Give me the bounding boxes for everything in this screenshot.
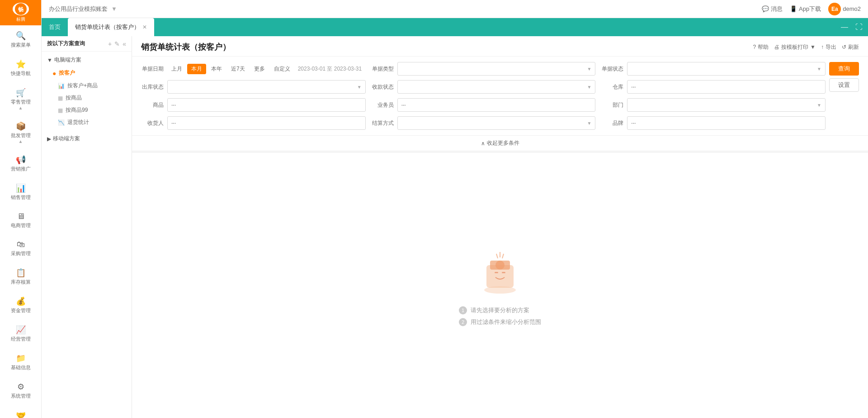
- order-type-field: 单据类型 ▼: [371, 62, 596, 76]
- user-name: demo2: [843, 5, 861, 12]
- svg-line-10: [502, 254, 504, 258]
- maximize-btn[interactable]: ⛶: [854, 21, 864, 33]
- sidebar-item-retail-mgmt[interactable]: 🛒 零售管理 ▲: [0, 82, 41, 116]
- payment-method-select[interactable]: ▼: [397, 116, 596, 130]
- salesperson-label: 业务员: [371, 101, 394, 109]
- mobile-scheme-group-header[interactable]: ▶ 移动端方案: [42, 132, 132, 145]
- refresh-icon: ↺: [842, 44, 846, 50]
- tab-close-icon[interactable]: ✕: [142, 24, 147, 30]
- product99-icon: ▦: [58, 107, 63, 114]
- date-btn-this-year[interactable]: 本年: [207, 64, 226, 74]
- scheme-item-by-customer[interactable]: ● 按客户: [42, 66, 132, 80]
- sidebar-item-biz-mgmt[interactable]: 📈 经营管理: [0, 319, 41, 348]
- sidebar-item-label: 资金管理: [11, 307, 31, 314]
- app-download-btn[interactable]: 📱 App下载: [790, 5, 821, 13]
- date-btn-more[interactable]: 更多: [250, 64, 269, 74]
- purchase-mgmt-icon: 🛍: [17, 240, 25, 249]
- left-panel-header: 按以下方案查询 + ✎ «: [42, 36, 132, 52]
- warehouse-select[interactable]: ···: [627, 80, 826, 94]
- industry-dropdown-icon[interactable]: ▼: [111, 5, 117, 12]
- expand-arrow-icon: ▲: [19, 139, 23, 144]
- scheme-item-by-product[interactable]: ▦ 按商品: [42, 92, 132, 104]
- sidebar-item-basic-info[interactable]: 📁 基础信息: [0, 348, 41, 376]
- tabbar: 首页 销货单统计表（按客户） ✕ — ⛶: [42, 18, 868, 36]
- sidebar-item-ecom-mgmt[interactable]: 🖥 电商管理: [0, 206, 41, 234]
- sidebar-item-label: 销售管理: [11, 194, 31, 201]
- pc-scheme-group-header[interactable]: ▼ 电脑端方案: [42, 53, 132, 66]
- sidebar-item-corp-collab[interactable]: 🤝 企业协同: [0, 405, 41, 418]
- order-status-select[interactable]: ▼: [627, 62, 826, 76]
- date-btn-this-month[interactable]: 本月: [187, 64, 206, 74]
- brand-value: ···: [631, 120, 636, 126]
- collapse-panel-btn[interactable]: «: [123, 40, 126, 48]
- sidebar-item-label: 电商管理: [11, 222, 31, 229]
- date-btn-last-month[interactable]: 上月: [167, 64, 186, 74]
- scheme-item-by-product-99[interactable]: ▦ 按商品99: [42, 104, 132, 116]
- salesperson-field: 业务员 ···: [371, 98, 596, 112]
- home-tab-label: 首页: [49, 23, 61, 31]
- query-button[interactable]: 查询: [829, 62, 859, 76]
- scheme-item-return-stat[interactable]: 📉 退货统计: [42, 116, 132, 128]
- out-status-select[interactable]: ▼: [167, 80, 366, 94]
- brand-select[interactable]: ···: [627, 116, 826, 130]
- sidebar-item-finance-mgmt[interactable]: 💰 资金管理: [0, 291, 41, 319]
- settings-button[interactable]: 设置: [829, 78, 859, 92]
- tab-sales-stat[interactable]: 销货单统计表（按客户） ✕: [68, 18, 154, 36]
- add-scheme-btn[interactable]: +: [108, 40, 112, 48]
- user-area[interactable]: Ea demo2: [828, 3, 861, 15]
- chevron-right-icon: ▶: [47, 136, 51, 142]
- sidebar-item-label: 经营管理: [11, 336, 31, 342]
- right-panel: 销货单统计表（按客户） ? 帮助 🖨 按模板打印 ▼ ↑ 导出: [132, 36, 868, 418]
- tip-num-2: 2: [459, 318, 467, 326]
- product-field: 商品 ···: [141, 98, 366, 112]
- sidebar-item-inventory[interactable]: 📋 库存核算: [0, 262, 41, 291]
- sidebar-item-label: 库存核算: [11, 279, 31, 285]
- warehouse-field: 仓库 ···: [601, 80, 826, 94]
- salesperson-select[interactable]: ···: [397, 98, 596, 112]
- page-header-actions: ? 帮助 🖨 按模板打印 ▼ ↑ 导出 ↺ 刷新: [753, 43, 859, 51]
- minimize-btn[interactable]: —: [839, 21, 850, 33]
- sidebar-item-quick-nav[interactable]: ⭐ 快捷导航: [0, 54, 41, 82]
- date-filter-field: 单据日期 上月 本月 本年 近7天 更多 自定义 20: [141, 64, 366, 74]
- collapse-bar[interactable]: ∧ 收起更多条件: [132, 136, 868, 151]
- help-btn[interactable]: ? 帮助: [753, 43, 769, 51]
- sidebar-item-sys-mgmt[interactable]: ⚙ 系统管理: [0, 376, 41, 405]
- dept-select[interactable]: ▼: [627, 98, 826, 112]
- help-label: 帮助: [758, 43, 769, 51]
- edit-scheme-btn[interactable]: ✎: [114, 40, 120, 48]
- inventory-icon: 📋: [16, 268, 26, 278]
- product-icon: ▦: [58, 95, 63, 101]
- export-btn[interactable]: ↑ 导出: [821, 43, 836, 51]
- sidebar-item-label: 搜索菜单: [11, 42, 31, 48]
- sidebar-item-wholesale-mgmt[interactable]: 📦 批发管理 ▲: [0, 116, 41, 149]
- order-status-field: 单据状态 ▼: [601, 62, 826, 76]
- sidebar-item-sales-mgmt[interactable]: 📊 销售管理: [0, 178, 41, 206]
- message-btn[interactable]: 💬 消息: [762, 5, 783, 13]
- mobile-scheme-group: ▶ 移动端方案: [42, 130, 132, 147]
- date-btn-last-7days[interactable]: 近7天: [227, 64, 249, 74]
- bar-chart-icon: 📉: [58, 119, 65, 126]
- ecom-mgmt-icon: 🖥: [17, 212, 25, 221]
- sidebar-item-marketing[interactable]: 📢 营销推广: [0, 149, 41, 178]
- receiver-select[interactable]: ···: [167, 116, 366, 130]
- receiver-field: 收货人 ···: [141, 116, 366, 130]
- order-type-select[interactable]: ▼: [397, 62, 596, 76]
- sidebar-item-search-menu[interactable]: 🔍 搜索菜单: [0, 25, 41, 54]
- pc-scheme-group-label: 电脑端方案: [54, 56, 81, 64]
- sidebar-item-label: 零售管理: [11, 99, 31, 105]
- receipt-status-select[interactable]: ▼: [397, 80, 596, 94]
- refresh-btn[interactable]: ↺ 刷新: [842, 43, 859, 51]
- export-label: 导出: [826, 43, 836, 51]
- brand-field: 品牌 ···: [601, 116, 826, 130]
- empty-icon: [473, 245, 527, 299]
- chevron-down-icon: ▼: [817, 66, 821, 71]
- tab-home[interactable]: 首页: [42, 18, 68, 36]
- action-bar: 查询 设置: [826, 62, 859, 92]
- product-select[interactable]: ···: [167, 98, 366, 112]
- sidebar-item-purchase-mgmt[interactable]: 🛍 采购管理: [0, 234, 41, 262]
- pc-scheme-group: ▼ 电脑端方案 ● 按客户 📊 按客户+商品 ▦ 按商品 ▦ 按商品99: [42, 52, 132, 130]
- date-btn-custom[interactable]: 自定义: [270, 64, 294, 74]
- template-print-btn[interactable]: 🖨 按模板打印 ▼: [774, 43, 816, 51]
- scheme-item-by-customer-product[interactable]: 📊 按客户+商品: [42, 80, 132, 92]
- left-panel-title: 按以下方案查询: [47, 40, 85, 48]
